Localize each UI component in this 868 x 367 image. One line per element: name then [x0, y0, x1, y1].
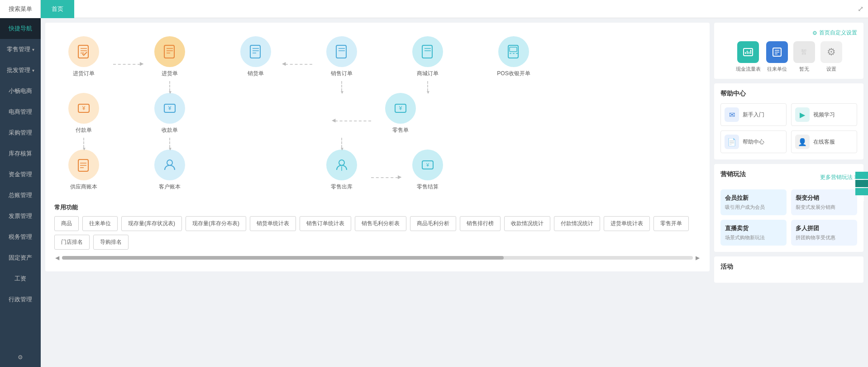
flow-node-shoukuan[interactable]: ¥ 收款单: [140, 93, 199, 134]
play-icon: ▶: [795, 107, 810, 122]
activity-title: 活动: [720, 263, 857, 271]
qa-item-cashflow[interactable]: 现金流量表: [736, 41, 761, 72]
common-function-button[interactable]: 收款情况统计: [504, 216, 550, 231]
float-btn-desktop[interactable]: 桌面快捷: [855, 188, 868, 195]
tab-home[interactable]: 首页: [41, 0, 74, 18]
mkt-item-desc: 裂变式发展分销商: [796, 204, 853, 211]
mkt-item-live[interactable]: 直播卖货 场景式购物新玩法: [720, 220, 787, 246]
svg-rect-12: [336, 45, 346, 58]
quick-access-card: ⚙ 首页自定义设置 现金流量表 往来单位: [714, 23, 863, 79]
mkt-item-title: 直播卖货: [725, 224, 782, 232]
sidebar-item-inventory[interactable]: 库存核算: [0, 143, 41, 164]
arrow-down-shoukuan: ▼: [140, 138, 199, 148]
sidebar-item-wholesale[interactable]: 批发管理 ▾: [0, 60, 41, 81]
qa-item-empty[interactable]: 暂 暂无: [793, 41, 815, 72]
flow-node-jinhuo-dingdan[interactable]: 进货订单: [54, 36, 113, 77]
spacer: [199, 81, 226, 91]
sidebar-settings-button[interactable]: ⚙: [0, 348, 41, 367]
sidebar-item-label: 小畅电商: [9, 87, 32, 95]
qa-item-contacts[interactable]: 往来单位: [766, 41, 788, 72]
mkt-item-desc: 吸引用户成为会员: [725, 204, 782, 211]
sidebar: 快捷导航 零售管理 ▾ 批发管理 ▾ 小畅电商 电商管理 采购管理 库存核算 资…: [0, 18, 41, 367]
sidebar-item-purchase[interactable]: 采购管理: [0, 122, 41, 143]
common-function-button[interactable]: 商品毛利分析: [410, 216, 456, 231]
common-function-button[interactable]: 商品: [54, 216, 79, 231]
flow-node-gongyingshang[interactable]: 供应商账本: [54, 150, 113, 191]
flow-node-xiaoshou-dingdan[interactable]: 销售订单: [312, 36, 371, 77]
search-menu[interactable]: 搜索菜单: [0, 0, 41, 18]
sidebar-item-ecommgr[interactable]: 电商管理: [0, 101, 41, 122]
svg-text:¥: ¥: [82, 105, 86, 111]
sidebar-item-quicknav[interactable]: 快捷导航: [0, 18, 41, 39]
common-function-button[interactable]: 销售排行榜: [460, 216, 501, 231]
common-function-button[interactable]: 销货单统计表: [250, 216, 296, 231]
mkt-item-fission[interactable]: 裂变分销 裂变式发展分销商: [791, 189, 857, 215]
help-item-beginner[interactable]: ✉ 新手入门: [720, 103, 787, 126]
help-item-video[interactable]: ▶ 视频学习: [791, 103, 857, 126]
float-btn-community[interactable]: 服务社区: [855, 180, 868, 187]
arrow-down-fukuan: ▼: [54, 138, 113, 148]
sidebar-item-admin[interactable]: 行政管理: [0, 289, 41, 310]
sidebar-item-assets[interactable]: 固定资产: [0, 247, 41, 268]
sidebar-item-ledger[interactable]: 总账管理: [0, 185, 41, 206]
homepage-setting-link[interactable]: ⚙ 首页自定义设置: [812, 29, 857, 37]
sidebar-item-label: 行政管理: [9, 295, 32, 304]
svg-rect-4: [164, 45, 174, 58]
svg-rect-15: [422, 45, 432, 58]
flow-node-lingshao[interactable]: ¥ 零售单: [371, 93, 430, 134]
sidebar-item-ecom[interactable]: 小畅电商: [0, 81, 41, 101]
flow-node-kehu[interactable]: 客户账本: [140, 150, 199, 191]
sidebar-item-retail[interactable]: 零售管理 ▾: [0, 39, 41, 60]
help-item-service[interactable]: 👤 在线客服: [791, 130, 857, 153]
scroll-track: [62, 256, 693, 260]
flow-node-lingshao-jiesuan[interactable]: ¥ 零售结算: [398, 150, 457, 191]
sidebar-item-finance[interactable]: 资金管理: [0, 164, 41, 185]
help-item-help[interactable]: 📄 帮助中心: [720, 130, 787, 153]
sidebar-item-label: 批发管理: [7, 66, 30, 74]
spacer: [285, 81, 312, 91]
flow-diagram: 进货订单 ▶ 进货单: [54, 32, 701, 199]
flow-node-pos[interactable]: POS收银开单: [484, 36, 543, 77]
sidebar-item-invoice[interactable]: 发票管理: [0, 206, 41, 227]
empty-icon: 暂: [793, 41, 815, 63]
flow-node-shangcheng[interactable]: 商城订单: [398, 36, 457, 77]
common-function-button[interactable]: 销售毛利分析表: [355, 216, 406, 231]
flow-node-lingshao-chuku[interactable]: 零售出库: [312, 150, 371, 191]
sidebar-item-tax[interactable]: 税务管理: [0, 227, 41, 247]
flow-node-fukuan[interactable]: ¥ 付款单: [54, 93, 113, 134]
sidebar-item-salary[interactable]: 工资: [0, 268, 41, 289]
marketing-more-link[interactable]: 更多营销玩法 >: [820, 174, 857, 181]
marketing-title: 营销玩法: [720, 170, 746, 179]
svg-text:¥: ¥: [168, 105, 172, 111]
doc-icon: 📄: [725, 135, 739, 149]
scrollbar[interactable]: ◀ ▶: [54, 253, 701, 262]
chevron-down-icon: ▾: [32, 68, 34, 73]
common-function-button[interactable]: 现存量(库存分布表): [186, 216, 246, 231]
svg-text:¥: ¥: [426, 162, 429, 168]
sidebar-item-label: 库存核算: [9, 150, 32, 158]
scroll-right-button[interactable]: ▶: [695, 255, 701, 261]
fullscreen-icon[interactable]: ⤢: [858, 5, 863, 13]
common-function-button[interactable]: 现存量(库存状况表): [121, 216, 182, 231]
flow-node-xiaohuo-dan[interactable]: 销货单: [226, 36, 285, 77]
common-function-button[interactable]: 付款情况统计: [554, 216, 600, 231]
common-function-button[interactable]: 零售开单: [653, 216, 689, 231]
common-function-button[interactable]: 进货单统计表: [604, 216, 650, 231]
float-buttons: 客服热线 服务社区 桌面快捷: [855, 172, 868, 195]
mkt-item-group[interactable]: 多人拼团 拼团购物享受优惠: [791, 220, 857, 246]
common-function-button[interactable]: 往来单位: [82, 216, 118, 231]
scroll-left-button[interactable]: ◀: [54, 255, 60, 261]
common-function-button[interactable]: 导购排名: [93, 235, 129, 250]
common-function-button[interactable]: 门店排名: [54, 235, 90, 250]
svg-point-33: [167, 160, 172, 165]
flow-node-jinhuo-dan[interactable]: 进货单: [140, 36, 199, 77]
qa-item-settings[interactable]: ⚙ 设置: [820, 41, 842, 72]
float-btn-service[interactable]: 客服热线: [855, 172, 868, 179]
mkt-item-membership[interactable]: 会员拉新 吸引用户成为会员: [720, 189, 787, 215]
common-function-button[interactable]: 销售订单统计表: [300, 216, 351, 231]
spacer: [371, 81, 398, 91]
mkt-item-desc: 场景式购物新玩法: [725, 234, 782, 241]
sidebar-item-label: 工资: [14, 275, 26, 283]
arrow-down-xiaohuo: ▼: [140, 81, 199, 91]
help-label: 新手入门: [743, 111, 764, 119]
